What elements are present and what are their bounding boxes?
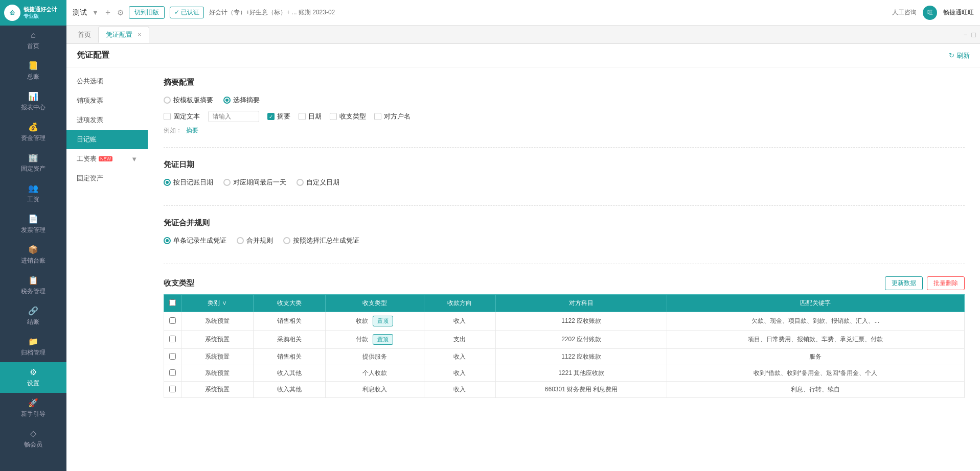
minimize-icon[interactable]: − — [963, 31, 967, 39]
sidebar-item-wages[interactable]: 👥 工资 — [0, 178, 66, 209]
fixed-text-input[interactable] — [208, 111, 259, 122]
app-sub: 专业版 — [24, 13, 57, 20]
table-row: 系统预置 销售相关 提供服务 收入 1122 应收账款 服务 — [164, 349, 965, 365]
merge-radio-summary[interactable]: 按照选择汇总生成凭证 — [283, 236, 359, 245]
counterparty-checkbox[interactable]: 对方户名 — [374, 112, 411, 121]
tag-btn-1[interactable]: 置顶 — [373, 316, 393, 326]
funds-icon: 💰 — [28, 122, 38, 132]
sidebar-label-funds: 资金管理 — [21, 134, 45, 143]
paytype-checkbox[interactable]: 收支类型 — [330, 112, 366, 121]
th-checkbox[interactable] — [164, 295, 181, 312]
th-keywords: 匹配关键字 — [667, 295, 964, 312]
refresh-button[interactable]: ↻ 刷新 — [949, 51, 970, 60]
row-type-5: 利息收入 — [325, 382, 424, 398]
counterparty-box — [374, 113, 381, 120]
sidebar-item-purchase[interactable]: 📦 进销台账 — [0, 240, 66, 270]
row-type-3: 提供服务 — [325, 349, 424, 365]
row-major-3: 销售相关 — [253, 349, 325, 365]
row-keywords-1: 欠款、现金、项目款、到款、报销款、汇入、... — [667, 312, 964, 331]
sidebar-item-invoice[interactable]: 📄 发票管理 — [0, 209, 66, 240]
date-radio-journal[interactable]: 按日记账日期 — [164, 178, 213, 187]
date-checkbox[interactable]: 日期 — [299, 112, 322, 121]
switch-version-button[interactable]: 切到旧版 — [129, 6, 165, 19]
maximize-icon[interactable]: □ — [972, 31, 976, 39]
wage-table-arrow: ▼ — [131, 155, 138, 163]
tag-btn-2[interactable]: 置顶 — [373, 334, 393, 345]
left-nav-sales-invoice[interactable]: 销项发票 — [66, 91, 148, 110]
tab-voucher[interactable]: 凭证配置 × — [98, 27, 149, 43]
row-direction-3: 收入 — [424, 349, 496, 365]
sidebar-label-home: 首页 — [27, 42, 39, 51]
sidebar-item-archive[interactable]: 📁 归档管理 — [0, 332, 66, 362]
app-name: 畅捷通好会计 — [24, 6, 57, 13]
radio-single-circle — [164, 237, 171, 244]
sidebar-item-ledger[interactable]: 📒 总账 — [0, 56, 66, 86]
tab-bar-actions: − □ — [963, 31, 976, 39]
sidebar-item-funds[interactable]: 💰 资金管理 — [0, 117, 66, 148]
sidebar-item-assets[interactable]: 🏢 固定资产 — [0, 148, 66, 178]
certified-badge: ✓ 已认证 — [170, 7, 204, 18]
logo-icon: 会 — [4, 5, 20, 21]
sidebar-label-assets: 固定资产 — [21, 164, 45, 173]
row-checkbox-1[interactable] — [164, 312, 181, 331]
date-radio-period[interactable]: 对应期间最后一天 — [223, 178, 286, 187]
left-nav-fixed-assets[interactable]: 固定资产 — [66, 169, 148, 188]
summary-config-title: 摘要配置 — [164, 78, 965, 87]
th-type: 收支类型 — [325, 295, 424, 312]
radio-choose-circle — [223, 97, 231, 104]
purchase-icon: 📦 — [28, 245, 38, 254]
summary-radio-choose[interactable]: 选择摘要 — [223, 96, 260, 105]
row-keywords-3: 服务 — [667, 349, 964, 365]
sidebar-item-newguide[interactable]: 🚀 新手引导 — [0, 393, 66, 423]
paytype-box — [330, 113, 337, 120]
select-all-checkbox[interactable] — [169, 299, 176, 306]
row-category-1: 系统预置 — [181, 312, 254, 331]
merge-rule-section: 凭证合并规则 单条记录生成凭证 合并规则 按照选择汇总生成凭证 — [164, 218, 965, 264]
tab-close-button[interactable]: × — [138, 31, 142, 38]
sidebar-item-settlement[interactable]: 🔗 结账 — [0, 301, 66, 332]
consult-link[interactable]: 人工咨询 — [892, 8, 917, 17]
topbar-plus[interactable]: ＋ — [104, 7, 112, 18]
main-area: 测试 ▼ ＋ ⚙ 切到旧版 ✓ 已认证 好会计（专）+好生意（标）+ ... 账… — [66, 0, 980, 471]
row-direction-2: 支出 — [424, 331, 496, 349]
topbar-gear[interactable]: ⚙ — [117, 8, 124, 17]
update-data-button[interactable]: 更新数据 — [885, 276, 923, 290]
row-major-4: 收入其他 — [253, 365, 325, 382]
row-checkbox-4[interactable] — [164, 365, 181, 382]
left-nav-daily[interactable]: 日记账 — [66, 130, 148, 149]
left-nav-purchase-invoice[interactable]: 进项发票 — [66, 110, 148, 130]
batch-delete-button[interactable]: 批量删除 — [927, 276, 965, 290]
radio-journal-circle — [164, 179, 171, 186]
merge-radio-combine[interactable]: 合并规则 — [237, 236, 273, 245]
row-checkbox-3[interactable] — [164, 349, 181, 365]
summary-checkbox[interactable]: ✓ 摘要 — [267, 112, 290, 121]
row-checkbox-5[interactable] — [164, 382, 181, 398]
date-radio-custom[interactable]: 自定义日期 — [297, 178, 339, 187]
sidebar-item-settings[interactable]: ⚙ 设置 — [0, 362, 66, 393]
sidebar-label-purchase: 进销台账 — [21, 256, 45, 265]
tab-home[interactable]: 首页 — [71, 27, 98, 42]
sidebar-item-member[interactable]: ◇ 畅会员 — [0, 423, 66, 454]
row-major-2: 采购相关 — [253, 331, 325, 349]
sidebar-label-reports: 报表中心 — [21, 103, 45, 112]
fixed-text-checkbox[interactable]: 固定文本 — [164, 112, 200, 121]
left-nav-public[interactable]: 公共选项 — [66, 72, 148, 91]
merge-radio-single[interactable]: 单条记录生成凭证 — [164, 236, 226, 245]
sidebar: 会 畅捷通好会计 专业版 ⌂ 首页 📒 总账 📊 报表中心 💰 资金管理 🏢 固… — [0, 0, 66, 471]
sidebar-item-reports[interactable]: 📊 报表中心 — [0, 86, 66, 117]
example-label: 例如： — [164, 127, 182, 134]
row-category-4: 系统预置 — [181, 365, 254, 382]
sidebar-item-tax[interactable]: 📋 税务管理 — [0, 270, 66, 301]
th-major: 收支大类 — [253, 295, 325, 312]
topbar-arrow[interactable]: ▼ — [92, 9, 99, 16]
radio-custom-circle — [297, 179, 304, 186]
example-value: 摘要 — [186, 127, 198, 134]
summary-radio-group: 按模板版摘要 选择摘要 — [164, 96, 965, 105]
row-checkbox-2[interactable] — [164, 331, 181, 349]
left-nav-wage-table[interactable]: 工资表 NEW ▼ — [66, 149, 148, 169]
row-category-5: 系统预置 — [181, 382, 254, 398]
summary-radio-template[interactable]: 按模板版摘要 — [164, 96, 213, 105]
sidebar-item-home[interactable]: ⌂ 首页 — [0, 26, 66, 56]
assets-icon: 🏢 — [28, 153, 38, 162]
topbar-right: 人工咨询 旺 畅捷通旺旺 — [892, 6, 974, 20]
